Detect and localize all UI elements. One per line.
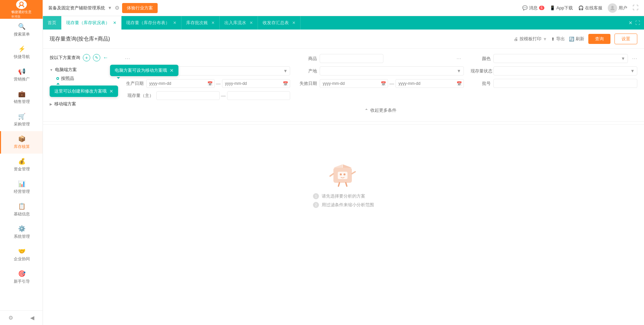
quick-icon: ⚡ bbox=[18, 45, 25, 53]
sidebar-item-marketing[interactable]: 📢 营销推广 bbox=[0, 64, 43, 86]
color-dots-icon[interactable]: ⋯ bbox=[632, 55, 637, 62]
collapse-area: ⌃ 收起更多条件 bbox=[123, 103, 637, 116]
dots-icon-1[interactable]: ⋯ bbox=[125, 55, 130, 62]
header-settings-icon[interactable]: ⚙ bbox=[115, 5, 119, 11]
sidebar-logo: 畅捷通好生意 标准版 bbox=[0, 0, 43, 19]
hint-num-2: 2 bbox=[313, 202, 319, 208]
scheme-dot bbox=[56, 77, 59, 80]
scheme-item-按照品[interactable]: 按照品 bbox=[56, 74, 117, 83]
batch-no-input[interactable] bbox=[493, 79, 637, 88]
tab-inventory-dist-label: 现存量（库存分布表） bbox=[126, 20, 170, 26]
expire-date-range: 📅 — 📅 bbox=[320, 79, 464, 88]
stock-qty-from[interactable] bbox=[156, 91, 220, 100]
produce-date-from[interactable] bbox=[146, 79, 215, 88]
origin-label: 产地 bbox=[297, 68, 317, 74]
goods-label: 商品 bbox=[297, 56, 317, 62]
filter-stock-qty: 现存量（主） — bbox=[123, 91, 290, 100]
maximize-icon[interactable]: ⛶ bbox=[633, 4, 639, 11]
stock-qty-to[interactable] bbox=[227, 91, 290, 100]
print-label: 按模板打印 bbox=[520, 36, 541, 42]
expire-date-to-icon: 📅 bbox=[457, 81, 462, 86]
app-download-action[interactable]: 📱 App下载 bbox=[550, 5, 573, 11]
phone-icon: 📱 bbox=[550, 5, 555, 10]
tab-home-label: 首页 bbox=[48, 20, 56, 26]
sidebar-item-purchase[interactable]: 🛒 采购管理 bbox=[0, 109, 43, 131]
tab-summary[interactable]: 收发存汇总表 ✕ bbox=[258, 16, 301, 30]
expire-date-sep: — bbox=[389, 81, 394, 86]
tooltip2-close-btn[interactable]: ✕ bbox=[109, 89, 113, 94]
system-dropdown-btn[interactable]: ▼ bbox=[108, 5, 112, 10]
scheme-tree: ▼ 电脑端方案 按照品 这里可以创建和修改 bbox=[50, 65, 117, 108]
support-action[interactable]: 🎧 在线客服 bbox=[578, 5, 602, 11]
user-label: 用户 bbox=[619, 5, 627, 11]
export-icon: ⬆ bbox=[551, 37, 555, 42]
edit-scheme-btn[interactable]: ✎ bbox=[93, 54, 100, 61]
message-label: 消息 bbox=[529, 5, 538, 11]
expire-date-to[interactable] bbox=[395, 79, 464, 88]
origin-select[interactable] bbox=[320, 66, 464, 75]
filter-stock-status: 现存量状态 ▼ bbox=[471, 66, 637, 75]
tab-inventory-status[interactable]: 现存量（库存状况表） ✕ bbox=[61, 16, 121, 30]
tab-batch[interactable]: 库存批次账 ✕ bbox=[181, 16, 220, 30]
sidebar-item-label: 采购管理 bbox=[14, 121, 30, 127]
tab-inventory-dist[interactable]: 现存量（库存分布表） ✕ bbox=[121, 16, 181, 30]
set-btn[interactable]: 设置 bbox=[614, 34, 637, 44]
system-name: 装备及固定资产辅助管理系统 bbox=[48, 5, 105, 11]
tab-expand-btn[interactable]: ⛶ bbox=[635, 20, 640, 25]
produce-date-to[interactable] bbox=[222, 79, 290, 88]
sidebar-item-guide[interactable]: 🎯 新手引导 bbox=[0, 266, 43, 288]
refresh-btn[interactable]: 🔄 刷新 bbox=[569, 36, 584, 42]
filter-row-4: 现存量（主） — bbox=[123, 91, 637, 100]
expire-date-from[interactable] bbox=[320, 79, 388, 88]
sidebar-item-basic[interactable]: 📋 基础信息 bbox=[0, 199, 43, 221]
sidebar-item-operations[interactable]: 📊 经营管理 bbox=[0, 176, 43, 199]
collapse-btn[interactable]: ⌃ 收起更多条件 bbox=[123, 105, 637, 115]
goods-input[interactable] bbox=[320, 54, 383, 63]
sidebar-item-sales[interactable]: 💼 销售管理 bbox=[0, 86, 43, 109]
svg-point-1 bbox=[611, 6, 614, 8]
tab-home[interactable]: 首页 bbox=[43, 16, 61, 30]
color-select[interactable] bbox=[493, 54, 628, 63]
collapse-up-icon: ⌃ bbox=[365, 108, 368, 113]
add-scheme-btn[interactable]: + bbox=[83, 54, 90, 61]
scheme-mobile-group[interactable]: ▶ 移动端方案 bbox=[50, 100, 117, 108]
tab-close-all-btn[interactable]: ✕ bbox=[629, 20, 633, 25]
filter-arrow-btn[interactable]: ← bbox=[103, 55, 108, 61]
support-label: 在线客服 bbox=[585, 5, 602, 11]
sidebar-item-finance[interactable]: 💰 资金管理 bbox=[0, 154, 43, 176]
origin-select-wrap: ▼ bbox=[320, 66, 464, 75]
page-header: 现存量查询(按仓库+商品) 🖨 按模板打印 ▼ ⬆ 导出 🔄 刷新 bbox=[43, 30, 644, 49]
sidebar-item-search[interactable]: 🔍 搜索菜单 bbox=[0, 19, 43, 41]
tab-summary-close[interactable]: ✕ bbox=[292, 20, 296, 25]
tab-inventory-status-close[interactable]: ✕ bbox=[113, 20, 116, 25]
mobile-group-arrow: ▶ bbox=[50, 102, 52, 106]
system-icon: ⚙️ bbox=[18, 225, 25, 232]
sidebar-settings-btn[interactable]: ⚙ bbox=[8, 315, 13, 321]
empty-hints: 1 请先选择要分析的方案 2 用过滤条件来缩小分析范围 bbox=[313, 193, 374, 208]
message-action[interactable]: 💬 消息 6 bbox=[522, 5, 544, 11]
sidebar-collapse-btn[interactable]: ◀ bbox=[30, 315, 34, 321]
search-icon: 🔍 bbox=[18, 23, 25, 30]
tab-batch-close[interactable]: ✕ bbox=[211, 20, 215, 25]
print-btn[interactable]: 🖨 按模板打印 ▼ bbox=[514, 36, 547, 42]
filter-row4-col2 bbox=[297, 91, 464, 100]
export-btn[interactable]: ⬆ 导出 bbox=[551, 36, 565, 42]
refresh-label: 刷新 bbox=[576, 36, 584, 42]
tooltip1-close-btn[interactable]: ✕ bbox=[170, 68, 174, 73]
industry-btn[interactable]: 体验行业方案 bbox=[122, 3, 158, 13]
sidebar-item-quick[interactable]: ⚡ 快捷导航 bbox=[0, 41, 43, 64]
top-header: 装备及固定资产辅助管理系统 ▼ ⚙ 体验行业方案 💬 消息 6 📱 App下载 … bbox=[43, 0, 644, 16]
stock-qty-sep: — bbox=[221, 93, 226, 98]
stock-status-select[interactable] bbox=[493, 66, 637, 75]
content-area: 现存量查询(按仓库+商品) 🖨 按模板打印 ▼ ⬆ 导出 🔄 刷新 bbox=[43, 30, 644, 325]
sidebar-item-inventory[interactable]: 📦 库存核算 bbox=[0, 131, 43, 154]
sidebar-item-label: 经营管理 bbox=[14, 189, 30, 195]
tab-inventory-dist-close[interactable]: ✕ bbox=[173, 20, 176, 25]
tab-inout[interactable]: 出入库流水 ✕ bbox=[220, 16, 258, 30]
sidebar-item-enterprise[interactable]: 🤝 企业协同 bbox=[0, 243, 43, 266]
query-btn[interactable]: 查询 bbox=[588, 34, 610, 44]
scheme-desktop-group[interactable]: ▼ 电脑端方案 bbox=[50, 65, 117, 74]
user-action[interactable]: 用户 bbox=[608, 3, 627, 13]
tab-inout-close[interactable]: ✕ bbox=[250, 20, 253, 25]
sidebar-item-system[interactable]: ⚙️ 系统管理 bbox=[0, 221, 43, 243]
